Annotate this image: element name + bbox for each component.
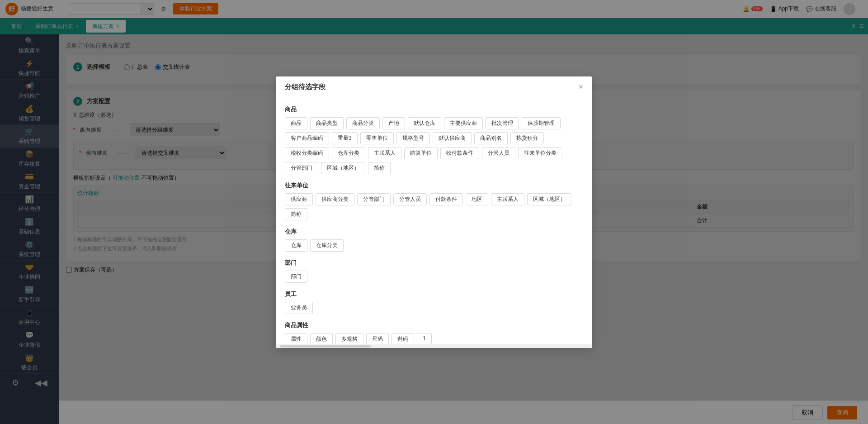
field-tag-0-17[interactable]: 主联系人	[368, 147, 401, 159]
field-tag-0-14[interactable]: 拣货积分	[510, 132, 544, 144]
modal-body: 商品商品商品类型商品分类产地默认仓库主要供应商批次管理保质期管理客户商品编码重量…	[276, 98, 592, 344]
field-section-title-3: 部门	[285, 259, 583, 267]
field-tag-0-11[interactable]: 规格型号	[396, 132, 430, 144]
field-tag-0-16[interactable]: 仓库分类	[332, 147, 365, 159]
field-tag-0-0[interactable]: 商品	[285, 117, 307, 129]
field-tag-1-0[interactable]: 供应商	[285, 193, 313, 205]
field-tag-5-5[interactable]: 1	[417, 333, 432, 344]
field-tag-2-0[interactable]: 仓库	[285, 239, 307, 252]
field-tag-0-21[interactable]: 往来单位分类	[518, 147, 562, 159]
field-tags-5: 属性颜色多规格尺码鞋码1	[285, 333, 583, 344]
field-section-title-0: 商品	[285, 105, 583, 114]
modal-scrollbar	[276, 344, 592, 348]
field-section-2: 仓库仓库仓库分类	[285, 228, 583, 252]
field-tag-0-9[interactable]: 重量3	[332, 132, 358, 144]
field-tags-0: 商品商品类型商品分类产地默认仓库主要供应商批次管理保质期管理客户商品编码重量3零…	[285, 117, 583, 174]
field-section-title-5: 商品属性	[285, 321, 583, 329]
modal-close-button[interactable]: ×	[578, 83, 583, 91]
field-tag-5-3[interactable]: 尺码	[366, 333, 389, 344]
field-tag-5-1[interactable]: 颜色	[310, 333, 333, 344]
field-tag-0-23[interactable]: 区域（地区）	[321, 162, 365, 174]
field-section-0: 商品商品商品类型商品分类产地默认仓库主要供应商批次管理保质期管理客户商品编码重量…	[285, 105, 583, 174]
field-tag-1-2[interactable]: 分管部门	[357, 193, 391, 205]
field-tags-2: 仓库仓库分类	[285, 239, 583, 252]
field-tags-3: 部门	[285, 271, 583, 283]
field-tag-0-10[interactable]: 零售单位	[360, 132, 394, 144]
field-section-4: 员工业务员	[285, 290, 583, 314]
field-tag-0-18[interactable]: 结算单位	[404, 147, 438, 159]
field-tag-0-8[interactable]: 客户商品编码	[285, 132, 329, 144]
field-section-title-1: 往来单位	[285, 181, 583, 190]
field-tag-1-3[interactable]: 分管人员	[393, 193, 427, 205]
field-section-title-4: 员工	[285, 290, 583, 298]
field-tag-0-7[interactable]: 保质期管理	[522, 117, 561, 129]
field-tag-1-5[interactable]: 地区	[466, 193, 488, 205]
field-tag-0-13[interactable]: 商品别名	[474, 132, 508, 144]
field-tags-1: 供应商供应商分类分管部门分管人员付款条件地区主联系人区域（地区）简称	[285, 193, 583, 220]
field-tag-0-24[interactable]: 简称	[368, 162, 391, 174]
modal-title: 分组待选字段	[285, 83, 326, 91]
field-section-title-2: 仓库	[285, 228, 583, 236]
field-section-5: 商品属性属性颜色多规格尺码鞋码1	[285, 321, 583, 344]
field-tag-5-0[interactable]: 属性	[285, 333, 307, 344]
field-tag-0-1[interactable]: 商品类型	[310, 117, 344, 129]
field-section-3: 部门部门	[285, 259, 583, 283]
field-tag-0-3[interactable]: 产地	[382, 117, 405, 129]
field-tag-0-19[interactable]: 收付款条件	[440, 147, 479, 159]
modal: 分组待选字段 × 商品商品商品类型商品分类产地默认仓库主要供应商批次管理保质期管…	[276, 76, 592, 348]
field-tag-0-12[interactable]: 默认供应商	[433, 132, 472, 144]
field-tag-0-22[interactable]: 分管部门	[285, 162, 318, 174]
field-tags-4: 业务员	[285, 302, 583, 314]
field-tag-0-4[interactable]: 默认仓库	[408, 117, 441, 129]
field-section-1: 往来单位供应商供应商分类分管部门分管人员付款条件地区主联系人区域（地区）简称	[285, 181, 583, 220]
field-tag-1-1[interactable]: 供应商分类	[316, 193, 354, 205]
modal-header: 分组待选字段 ×	[276, 76, 592, 98]
field-tag-1-6[interactable]: 主联系人	[491, 193, 524, 205]
field-tag-2-1[interactable]: 仓库分类	[310, 239, 344, 252]
field-tag-3-0[interactable]: 部门	[285, 271, 307, 283]
field-tag-0-2[interactable]: 商品分类	[346, 117, 380, 129]
field-tag-5-4[interactable]: 鞋码	[392, 333, 414, 344]
field-tag-0-20[interactable]: 分管人员	[482, 147, 515, 159]
field-tag-0-15[interactable]: 税收分类编码	[285, 147, 329, 159]
modal-overlay[interactable]: 分组待选字段 × 商品商品商品类型商品分类产地默认仓库主要供应商批次管理保质期管…	[0, 0, 868, 424]
field-tag-0-6[interactable]: 批次管理	[486, 117, 519, 129]
field-tag-1-4[interactable]: 付款条件	[429, 193, 463, 205]
modal-scrollbar-thumb	[280, 345, 371, 348]
field-tag-4-0[interactable]: 业务员	[285, 302, 313, 314]
field-tag-0-5[interactable]: 主要供应商	[444, 117, 483, 129]
field-tag-1-7[interactable]: 区域（地区）	[527, 193, 571, 205]
field-tag-1-8[interactable]: 简称	[285, 208, 307, 220]
field-tag-5-2[interactable]: 多规格	[335, 333, 363, 344]
